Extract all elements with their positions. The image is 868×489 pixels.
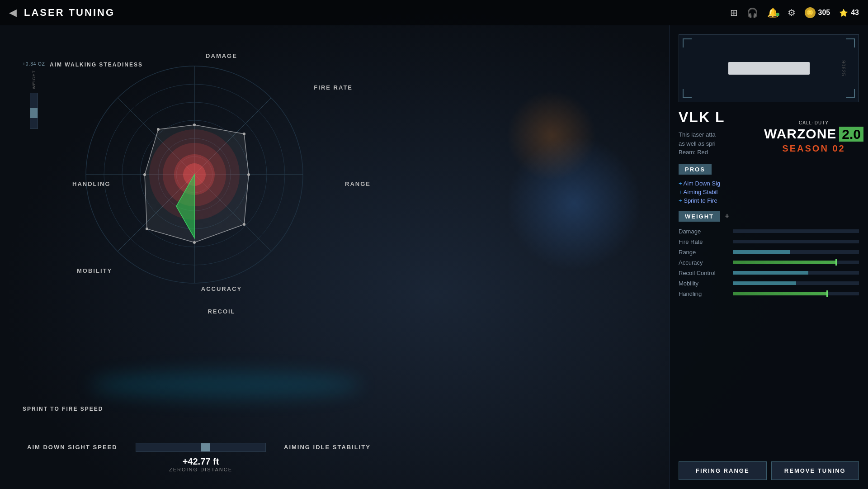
svg-point-26 <box>143 173 146 176</box>
radar-label-damage: DAMAGE <box>206 52 237 59</box>
season-label: SEASON 02 <box>769 143 859 154</box>
radar-label-handling: HANDLING <box>72 180 111 187</box>
corner-br <box>846 89 855 98</box>
stat-bar-accuracy <box>733 261 859 264</box>
currency1-amount: 305 <box>818 9 830 17</box>
headset-icon[interactable]: 🎧 <box>747 7 758 18</box>
stat-row-firerate: Fire Rate <box>679 238 859 245</box>
radar-svg <box>68 48 321 301</box>
svg-point-21 <box>243 133 245 135</box>
stat-marker-handling <box>826 290 828 297</box>
settings-icon[interactable]: ⚙ <box>788 7 796 18</box>
left-panel: +0.34 OZ WEIGHT AIM WALKING STEADINESS S… <box>0 25 669 489</box>
pro-item-2: Aiming Stabil <box>679 188 859 196</box>
firing-range-button[interactable]: FIRING RANGE <box>679 461 767 480</box>
weight-plus-button[interactable]: + <box>725 212 730 221</box>
sprint-label: SPRINT TO FIRE SPEED <box>23 406 103 412</box>
stat-bar-damage <box>733 229 859 233</box>
radar-label-mobility: MOBILITY <box>77 267 112 274</box>
stat-name-range: Range <box>679 249 728 256</box>
radar-label-accuracy: ACCURACY <box>201 285 242 292</box>
radar-label-range: RANGE <box>345 180 371 187</box>
pro-item-3: Sprint to Fire <box>679 196 859 205</box>
weight-section: WEIGHT + <box>679 211 859 222</box>
stats-section: Damage Fire Rate Range Acc <box>679 228 859 455</box>
weight-value-label: +0.34 OZ <box>23 62 45 66</box>
stat-bar-recoil <box>733 271 859 275</box>
stat-bar-range <box>733 250 859 254</box>
warzone-text: WARZONE <box>764 126 836 142</box>
stat-row-damage: Damage <box>679 228 859 235</box>
warzone-version: 2.0 <box>839 127 863 142</box>
call-of-duty-label: CALL·DUTY <box>769 120 859 125</box>
xp-icon: ⭐ <box>839 9 848 17</box>
currency2-display: ⭐ 43 <box>839 9 859 17</box>
svg-point-25 <box>146 228 148 230</box>
zeroing-label: ZEROING DISTANCE <box>169 467 232 472</box>
aim-sight-row: AIM DOWN SIGHT SPEED AIMING IDLE STABILI… <box>0 443 401 452</box>
topbar: ◀ LASER TUNING ⊞ 🎧 🔔 ⚙ 🪙 305 ⭐ 43 <box>0 0 868 25</box>
page-title: LASER TUNING <box>24 7 115 19</box>
warzone-logo: CALL·DUTY WARZONE 2.0 SEASON 02 <box>769 120 859 154</box>
topbar-left: ◀ LASER TUNING <box>9 7 115 19</box>
aim-down-sight-bar <box>136 443 266 452</box>
corner-bl <box>683 89 692 98</box>
stat-name-handling: Handling <box>679 290 728 297</box>
weight-axis-label: WEIGHT <box>32 70 36 89</box>
desc-line2: as well as spri <box>679 140 716 147</box>
pro-item-1: Aim Down Sig <box>679 179 859 188</box>
right-panel: 90625 VLK L This laser atta as well as s… <box>669 25 868 489</box>
main-content: +0.34 OZ WEIGHT AIM WALKING STEADINESS S… <box>0 25 868 489</box>
stat-row-recoil: Recoil Control <box>679 270 859 276</box>
stat-row-mobility: Mobility <box>679 280 859 287</box>
currency2-amount: 43 <box>851 9 859 17</box>
back-button[interactable]: ◀ <box>9 7 17 19</box>
stat-fill-handling <box>733 292 827 295</box>
bottom-indicators: AIM DOWN SIGHT SPEED AIMING IDLE STABILI… <box>0 426 401 489</box>
stat-name-mobility: Mobility <box>679 280 728 287</box>
attachment-preview-box: 90625 <box>679 34 859 102</box>
svg-marker-18 <box>145 125 249 242</box>
attachment-preview-image <box>728 62 810 75</box>
stat-name-damage: Damage <box>679 228 728 235</box>
corner-tl <box>683 38 692 47</box>
svg-point-20 <box>193 123 196 126</box>
currency1-icon: 🪙 <box>805 7 816 18</box>
stat-name-accuracy: Accuracy <box>679 259 728 266</box>
remove-tuning-button[interactable]: REMOVE TUNING <box>771 461 859 480</box>
desc-line1: This laser atta <box>679 131 716 138</box>
stat-fill-mobility <box>733 281 796 285</box>
stat-row-range: Range <box>679 249 859 256</box>
stat-bar-firerate <box>733 240 859 243</box>
zeroing-info: +42.77 ft ZEROING DISTANCE <box>169 456 232 472</box>
radar-chart-container: DAMAGE FIRE RATE RANGE ACCURACY RECOIL M… <box>68 48 375 319</box>
stat-fill-recoil <box>733 271 808 275</box>
currency1-display: 🪙 305 <box>805 7 830 18</box>
notification-dot <box>776 13 779 16</box>
desc-line3: Beam: Red <box>679 149 708 156</box>
svg-point-22 <box>247 173 250 176</box>
radar-label-recoil: RECOIL <box>208 308 235 315</box>
svg-point-24 <box>193 241 196 244</box>
weight-bar-fill <box>30 108 38 118</box>
pros-section: PROS Aim Down Sig Aiming Stabil Sprint t… <box>679 164 859 205</box>
stat-fill-accuracy <box>733 261 836 264</box>
stat-marker-accuracy <box>835 259 837 266</box>
aim-down-sight-label: AIM DOWN SIGHT SPEED <box>27 444 118 451</box>
corner-tr <box>846 38 855 47</box>
svg-point-23 <box>243 223 245 226</box>
notification-wrapper: 🔔 <box>767 7 778 18</box>
grid-icon[interactable]: ⊞ <box>730 7 738 18</box>
stat-name-firerate: Fire Rate <box>679 238 728 245</box>
topbar-right: ⊞ 🎧 🔔 ⚙ 🪙 305 ⭐ 43 <box>730 7 859 18</box>
stat-bar-handling <box>733 292 859 295</box>
stat-fill-range <box>733 250 790 254</box>
aim-down-sight-indicator <box>201 443 210 451</box>
weight-badge: WEIGHT <box>679 211 720 222</box>
radar-label-firerate: FIRE RATE <box>314 84 353 91</box>
svg-point-27 <box>157 128 160 131</box>
bottom-buttons: FIRING RANGE REMOVE TUNING <box>679 461 859 480</box>
weight-bar-container: +0.34 OZ WEIGHT <box>23 62 45 129</box>
weight-bar <box>30 93 38 129</box>
stat-row-accuracy: Accuracy <box>679 259 859 266</box>
